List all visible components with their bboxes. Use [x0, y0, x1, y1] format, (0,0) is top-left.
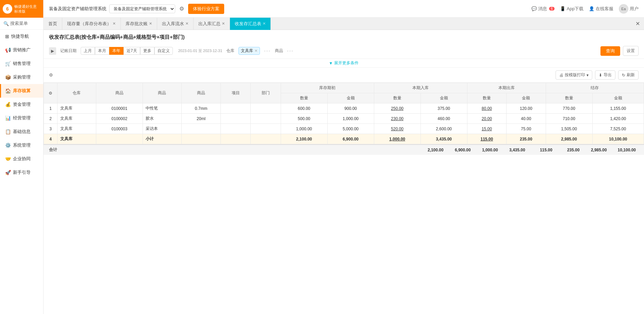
app-download-btn[interactable]: 📱 App下载 [560, 6, 583, 12]
row-in-qty[interactable]: 1,000.00 [374, 134, 420, 144]
total-out-qty: 115.00 [531, 148, 558, 152]
sidebar-search[interactable]: 🔍 搜索菜单 [0, 18, 43, 30]
row-in-amt: 2,600.00 [420, 124, 467, 134]
print-btn[interactable]: 🖨 按模版打印 ▾ [556, 70, 592, 80]
query-btn[interactable]: 查询 [600, 46, 620, 56]
online-service-btn[interactable]: 👤 在线客服 [589, 6, 613, 12]
warehouse-more-icon[interactable]: ··· [264, 48, 270, 54]
row-out-qty[interactable]: 80.00 [467, 103, 506, 114]
tab-close-icon-inout-flow[interactable]: ✕ [185, 21, 188, 26]
goods-label: 商品 [275, 48, 283, 54]
filter-toggle-btn[interactable]: ▶ [49, 47, 56, 55]
tab-list: 首页现存量（库存分布表）✕库存批次账✕出入库流水✕出入库汇总✕收发存汇总表✕ [44, 18, 631, 30]
th-close-amt: 金额 [592, 93, 644, 103]
export-btn[interactable]: ⬇ 导出 [595, 70, 615, 80]
toolbar-gear-icon[interactable]: ⚙ [49, 72, 53, 78]
expand-more-btn[interactable]: ▼ 展开更多条件 [329, 60, 359, 66]
nav-label-quick-nav: 快捷导航 [11, 33, 29, 39]
online-service-label: 在线客服 [596, 6, 613, 12]
sidebar-item-system[interactable]: ⚙️系统管理 [0, 138, 43, 152]
tab-close-icon-recv-send-summary[interactable]: ✕ [263, 21, 266, 26]
tab-recv-send-summary[interactable]: 收发存汇总表✕ [230, 18, 271, 30]
tab-batch[interactable]: 库存批次账✕ [121, 18, 157, 30]
warehouse-tag[interactable]: 文具库 ✕ [238, 47, 260, 55]
tab-close-icon-inout-summary[interactable]: ✕ [222, 21, 225, 26]
message-btn[interactable]: 💬 消息 6 [531, 6, 555, 12]
tab-label-stock-dist: 现存量（库存分布表） [67, 21, 111, 27]
row-code: 0100003 [96, 124, 143, 134]
table-row: 1 文具库 0100001 中性笔 0.7mm 600.00 900.00 25… [44, 103, 644, 114]
tab-stock-dist[interactable]: 现存量（库存分布表）✕ [62, 18, 121, 30]
row-in-qty[interactable]: 520.00 [374, 124, 420, 134]
tab-label-inout-summary: 出入库汇总 [198, 21, 220, 27]
setting-btn[interactable]: 设置 [623, 46, 639, 56]
sidebar-item-operation[interactable]: 📊经营管理 [0, 111, 43, 125]
row-num: 2 [44, 114, 57, 124]
nav-label-system: 系统管理 [13, 142, 31, 148]
row-spec: 0.7mm [181, 103, 220, 114]
row-name: 中性笔 [143, 103, 181, 114]
row-in-amt: 375.00 [420, 103, 467, 114]
sidebar-item-purchase[interactable]: 📦采购管理 [0, 70, 43, 84]
sidebar-item-finance[interactable]: 💰资金管理 [0, 98, 43, 111]
total-out-amt: 235.00 [558, 148, 585, 152]
sidebar-item-sales[interactable]: 🛒销售管理 [0, 57, 43, 70]
sidebar-item-basic[interactable]: 📋基础信息 [0, 125, 43, 138]
th-group-opening: 库存期初 [281, 83, 374, 93]
sidebar-item-collab[interactable]: 🤝企业协同 [0, 152, 43, 166]
experience-btn[interactable]: 体验行业方案 [188, 4, 224, 14]
content-area: 收发存汇总表(按仓库+商品编码+商品+规格型号+项目+部门) ▶ 记账日期 上月… [44, 30, 644, 314]
date-btn-更多[interactable]: 更多 [140, 47, 154, 55]
row-out-qty[interactable]: 15.00 [467, 124, 506, 134]
user-btn[interactable]: Ea 用户 [619, 4, 639, 14]
system-select[interactable]: 装备及固定资产辅助管理系统 [109, 4, 175, 13]
tab-inout-summary[interactable]: 出入库汇总✕ [194, 18, 230, 30]
warehouse-tag-value: 文具库 [241, 48, 253, 54]
row-close-amt: 7,525.00 [592, 124, 644, 134]
sidebar-item-quick-nav[interactable]: ⊞快捷导航 [0, 30, 43, 43]
goods-more-icon[interactable]: ··· [287, 48, 294, 54]
tab-inout-flow[interactable]: 出入库流水✕ [157, 18, 194, 30]
print-icon: 🖨 [559, 73, 563, 78]
tab-close-icon-batch[interactable]: ✕ [149, 21, 152, 26]
th-group-closing: 结存 [546, 83, 644, 93]
row-dept [251, 124, 281, 134]
sidebar-item-inventory[interactable]: 🏠库存核算 [0, 84, 43, 98]
date-btn-自定义[interactable]: 自定义 [154, 47, 173, 55]
refresh-icon: ↻ [622, 73, 625, 78]
table-wrap: ⚙ 仓库 商品 商品 商品 项目 部门 库存期初 本期入库 本期出库 结存 数量 [44, 83, 644, 144]
row-warehouse: 文具库 [57, 114, 96, 124]
row-open-amt: 900.00 [327, 103, 374, 114]
tabs-close-all-icon[interactable]: ✕ [631, 20, 644, 27]
warehouse-tag-close-icon[interactable]: ✕ [254, 49, 258, 53]
row-open-qty: 600.00 [281, 103, 327, 114]
row-spec [181, 124, 220, 134]
gear-icon[interactable]: ⚙ [178, 4, 185, 13]
print-label: 按模版打印 [565, 72, 585, 78]
tab-close-icon-stock-dist[interactable]: ✕ [113, 21, 116, 26]
sidebar-item-marketing[interactable]: 📢营销推广 [0, 43, 43, 57]
row-num: 1 [44, 103, 57, 114]
row-in-qty[interactable]: 230.00 [374, 114, 420, 124]
date-btn-本月[interactable]: 本月 [95, 47, 109, 55]
th-project: 项目 [221, 83, 251, 103]
sidebar-item-guide[interactable]: 🚀新手引导 [0, 166, 43, 179]
row-warehouse: 文具库 [57, 124, 96, 134]
th-dept: 部门 [251, 83, 281, 103]
row-out-qty[interactable]: 20.00 [467, 114, 506, 124]
date-btn-本年[interactable]: 本年 [109, 47, 123, 55]
tab-home[interactable]: 首页 [44, 18, 62, 30]
total-in-amt: 3,435.00 [503, 148, 531, 152]
row-in-qty[interactable]: 250.00 [374, 103, 420, 114]
search-label: 搜索菜单 [10, 20, 28, 27]
nav-label-sales: 销售管理 [13, 61, 31, 67]
date-btn-近7天[interactable]: 近7天 [123, 47, 140, 55]
row-out-qty[interactable]: 115.00 [467, 134, 506, 144]
th-settings: ⚙ [44, 83, 57, 103]
date-btn-上月[interactable]: 上月 [81, 47, 95, 55]
refresh-btn[interactable]: ↻ 刷新 [618, 70, 639, 80]
row-out-amt: 235.00 [507, 134, 546, 144]
main-table: ⚙ 仓库 商品 商品 商品 项目 部门 库存期初 本期入库 本期出库 结存 数量 [44, 83, 644, 144]
nav-label-purchase: 采购管理 [13, 74, 31, 80]
row-out-amt: 120.00 [507, 103, 546, 114]
